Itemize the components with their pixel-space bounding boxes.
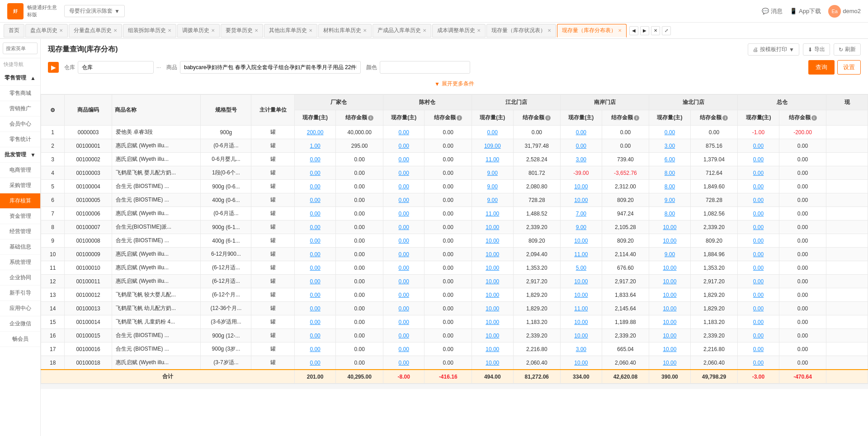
info-icon[interactable]: i bbox=[722, 115, 728, 121]
industry-selector[interactable]: 母婴行业演示陈套 ▼ bbox=[64, 5, 125, 17]
cell-total-qty[interactable]: 0.00 bbox=[738, 207, 779, 220]
sidebar-item-marketing[interactable]: 营销推广 bbox=[0, 101, 40, 117]
cell-total-qty[interactable]: 0.00 bbox=[738, 315, 779, 329]
cell-yubei-qty[interactable]: 10.00 bbox=[649, 302, 691, 315]
sidebar-item-member2[interactable]: 畅会员 bbox=[0, 332, 40, 347]
close-icon[interactable]: ✕ bbox=[547, 28, 551, 33]
cell-nanan-qty[interactable]: 10.00 bbox=[561, 234, 602, 248]
sidebar-item-ecommerce[interactable]: 电商管理 bbox=[0, 163, 40, 178]
cell-jiangbei-qty[interactable]: 10.00 bbox=[472, 315, 514, 329]
sidebar-item-finance[interactable]: 资金管理 bbox=[0, 209, 40, 224]
close-icon[interactable]: ✕ bbox=[211, 28, 215, 33]
color-input[interactable] bbox=[380, 61, 470, 74]
info-icon[interactable]: i bbox=[368, 115, 373, 121]
info-icon[interactable]: i bbox=[457, 115, 462, 121]
cell-total-qty[interactable]: 0.00 bbox=[738, 329, 779, 342]
close-icon[interactable]: ✕ bbox=[113, 28, 117, 33]
cell-nanan-qty[interactable]: -39.00 bbox=[561, 166, 602, 180]
cell-nanan-qty[interactable]: 10.00 bbox=[561, 275, 602, 288]
cell-jiangbei-qty[interactable]: 10.00 bbox=[472, 248, 514, 261]
refresh-btn[interactable]: ↻ 刷新 bbox=[834, 43, 861, 56]
cell-jiangbei-qty[interactable]: 10.00 bbox=[472, 234, 514, 248]
cell-nanan-qty[interactable]: 10.00 bbox=[561, 288, 602, 302]
cell-jiangbei-qty[interactable]: 9.00 bbox=[472, 193, 514, 207]
cell-yubei-qty[interactable]: 10.00 bbox=[649, 275, 691, 288]
cell-chen-qty[interactable]: 0.00 bbox=[383, 166, 425, 180]
cell-jiangbei-qty[interactable]: 11.00 bbox=[472, 207, 514, 220]
cell-nanan-qty[interactable]: 11.00 bbox=[561, 302, 602, 315]
expand-conditions-btn[interactable]: ▼ 展开更多条件 bbox=[434, 80, 474, 88]
cell-yubei-qty[interactable]: 10.00 bbox=[649, 356, 691, 370]
close-icon[interactable]: ✕ bbox=[309, 28, 312, 33]
cell-nanan-qty[interactable]: 0.00 bbox=[561, 126, 602, 139]
cell-total-qty[interactable]: 0.00 bbox=[738, 288, 779, 302]
cell-factory-qty[interactable]: 0.00 bbox=[294, 261, 336, 275]
cell-nanan-qty[interactable]: 7.00 bbox=[561, 207, 602, 220]
cell-total-qty[interactable]: 0.00 bbox=[738, 166, 779, 180]
cell-nanan-qty[interactable]: 0.00 bbox=[561, 139, 602, 153]
sidebar-item-inventory[interactable]: 库存核算 bbox=[0, 193, 40, 209]
cell-factory-qty[interactable]: 0.00 bbox=[294, 315, 336, 329]
cell-factory-qty[interactable]: 0.00 bbox=[294, 153, 336, 166]
tab-product-inbound[interactable]: 产成品入库单历史 ✕ bbox=[373, 24, 431, 38]
cell-factory-qty[interactable]: 0.00 bbox=[294, 193, 336, 207]
tab-order-history[interactable]: 要货单历史 ✕ bbox=[221, 24, 263, 38]
tab-nav-prev[interactable]: ◀ bbox=[629, 26, 638, 35]
tab-transfer-history[interactable]: 调拨单历史 ✕ bbox=[177, 24, 220, 38]
cell-jiangbei-qty[interactable]: 10.00 bbox=[472, 302, 514, 315]
sidebar-item-guide[interactable]: 新手引导 bbox=[0, 286, 40, 301]
sidebar-item-wechat[interactable]: 企业微信 bbox=[0, 316, 40, 332]
sidebar-item-retail-stats[interactable]: 零售统计 bbox=[0, 132, 40, 147]
app-download-btn[interactable]: 📱 App下载 bbox=[790, 7, 821, 15]
export-btn[interactable]: ⬇ 导出 bbox=[803, 43, 830, 56]
cell-jiangbei-qty[interactable]: 9.00 bbox=[472, 180, 514, 193]
cell-yubei-qty[interactable]: 8.00 bbox=[649, 207, 691, 220]
cell-jiangbei-qty[interactable]: 10.00 bbox=[472, 288, 514, 302]
message-btn[interactable]: 💬 消息 bbox=[762, 7, 783, 15]
cell-factory-qty[interactable]: 0.00 bbox=[294, 234, 336, 248]
cell-chen-qty[interactable]: 0.00 bbox=[383, 261, 425, 275]
tab-portion-history[interactable]: 分量盘点单历史 ✕ bbox=[69, 24, 122, 38]
cell-factory-qty[interactable]: 200.00 bbox=[294, 126, 336, 139]
tab-outbound-history[interactable]: 其他出库单历史 ✕ bbox=[264, 24, 317, 38]
cell-yubei-qty[interactable]: 10.00 bbox=[649, 329, 691, 342]
cell-jiangbei-qty[interactable]: 109.00 bbox=[472, 139, 514, 153]
cell-yubei-qty[interactable]: 8.00 bbox=[649, 166, 691, 180]
cell-total-qty[interactable]: 0.00 bbox=[738, 356, 779, 370]
cell-jiangbei-qty[interactable]: 10.00 bbox=[472, 220, 514, 234]
cell-chen-qty[interactable]: 0.00 bbox=[383, 275, 425, 288]
cell-total-qty[interactable]: 0.00 bbox=[738, 220, 779, 234]
cell-factory-qty[interactable]: 0.00 bbox=[294, 207, 336, 220]
sidebar-quicknav[interactable]: 快捷导航 bbox=[0, 58, 40, 70]
cell-chen-qty[interactable]: 0.00 bbox=[383, 193, 425, 207]
cell-nanan-qty[interactable]: 9.00 bbox=[561, 220, 602, 234]
cell-total-qty[interactable]: 0.00 bbox=[738, 193, 779, 207]
cell-chen-qty[interactable]: 0.00 bbox=[383, 180, 425, 193]
cell-total-qty[interactable]: -1.00 bbox=[738, 126, 779, 139]
cell-total-qty[interactable]: 0.00 bbox=[738, 342, 779, 356]
close-icon[interactable]: ✕ bbox=[168, 28, 171, 33]
cell-total-qty[interactable]: 0.00 bbox=[738, 153, 779, 166]
close-icon[interactable]: ✕ bbox=[363, 28, 367, 33]
cell-nanan-qty[interactable]: 5.00 bbox=[561, 261, 602, 275]
tab-nav-expand[interactable]: ⤢ bbox=[662, 26, 671, 35]
cell-jiangbei-qty[interactable]: 10.00 bbox=[472, 356, 514, 370]
settings-btn[interactable]: 设置 bbox=[837, 60, 861, 75]
cell-factory-qty[interactable]: 0.00 bbox=[294, 180, 336, 193]
info-icon[interactable]: i bbox=[811, 115, 817, 121]
cell-nanan-qty[interactable]: 10.00 bbox=[561, 180, 602, 193]
table-container[interactable]: ⚙ 商品编码 商品名称 规格型号 主计量单位 厂家仓 陈村仓 江北门店 南岸门店… bbox=[41, 94, 868, 436]
goods-input[interactable] bbox=[180, 61, 361, 74]
tab-material-history[interactable]: 材料出库单历史 ✕ bbox=[318, 24, 372, 38]
cell-jiangbei-qty[interactable]: 9.00 bbox=[472, 166, 514, 180]
cell-chen-qty[interactable]: 0.00 bbox=[383, 139, 425, 153]
cell-factory-qty[interactable]: 0.00 bbox=[294, 356, 336, 370]
sidebar-item-basics[interactable]: 基础信息 bbox=[0, 239, 40, 255]
cell-chen-qty[interactable]: 0.00 bbox=[383, 207, 425, 220]
cell-factory-qty[interactable]: 0.00 bbox=[294, 248, 336, 261]
cell-yubei-qty[interactable]: 10.00 bbox=[649, 315, 691, 329]
cell-jiangbei-qty[interactable]: 11.00 bbox=[472, 153, 514, 166]
tab-stock-status[interactable]: 现存量（库存状况表） ✕ bbox=[486, 24, 556, 38]
cell-chen-qty[interactable]: 0.00 bbox=[383, 342, 425, 356]
col-header-settings[interactable]: ⚙ bbox=[41, 95, 65, 126]
